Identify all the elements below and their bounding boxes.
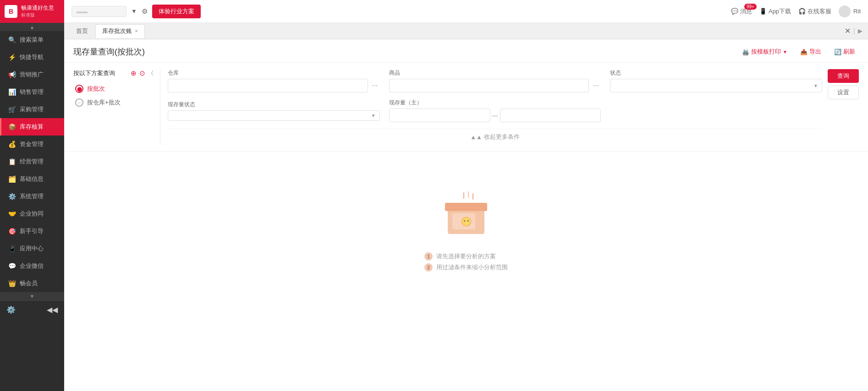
sidebar-footer: ⚙️ ◀◀ <box>0 300 64 319</box>
stock-status-field: 现存量状态 ▼ <box>168 101 380 121</box>
collapse-plans-btn[interactable]: 《 <box>148 70 154 77</box>
basics-icon: 🗂️ <box>8 175 16 183</box>
sidebar-item-inventory[interactable]: 📦 库存核算 <box>0 118 64 136</box>
sidebar-item-quick-nav[interactable]: ⚡ 快捷导航 <box>0 49 64 66</box>
empty-illustration: 😶 <box>439 188 494 239</box>
sidebar-item-system[interactable]: ⚙️ 系统管理 <box>0 188 64 205</box>
collapse-sidebar-icon[interactable]: ◀◀ <box>47 305 58 314</box>
filter-title-text: 按以下方案查询 <box>73 69 115 77</box>
filter-title: 按以下方案查询 ⊕ ⊙ 《 <box>73 69 154 77</box>
tab-home[interactable]: 首页 <box>70 24 94 38</box>
filter-form-area: 仓库 ··· 商品 ··· <box>168 69 859 145</box>
user-menu[interactable]: Rit <box>839 5 861 17</box>
sidebar-item-purchase[interactable]: 🛒 采购管理 <box>0 101 64 118</box>
sidebar-item-operations[interactable]: 📋 经营管理 <box>0 153 64 170</box>
plan-warehouse-icon: ○ <box>75 98 83 107</box>
main-area: ▬▬ ▼ ⚙ 体验行业方案 💬 消息 99+ 📱 App下载 🎧 在线客服 Ri <box>64 0 868 391</box>
empty-state: 😶 1 请先选择要分析的方案 2 用过滤条件来缩小分析范围 <box>64 152 868 308</box>
settings-plan-btn[interactable]: ⊙ <box>139 69 145 77</box>
member-icon: 👑 <box>8 279 16 288</box>
print-btn[interactable]: 🖨️ 按模板打印 ▼ <box>738 46 791 58</box>
search-btn[interactable]: 查询 <box>828 69 859 83</box>
marketing-icon: 📢 <box>8 71 16 79</box>
user-avatar <box>839 5 851 17</box>
content-area: 现存量查询(按批次) 🖨️ 按模板打印 ▼ 📤 导出 🔄 刷新 <box>64 39 868 391</box>
add-plan-btn[interactable]: ⊕ <box>131 69 137 77</box>
sidebar-item-newbie[interactable]: 🎯 新手引导 <box>0 223 64 240</box>
warehouse-dots-btn[interactable]: ··· <box>370 81 380 91</box>
collapse-more-btn[interactable]: ▲▲ 收起更多条件 <box>168 129 822 145</box>
sidebar-item-basics[interactable]: 🗂️ 基础信息 <box>0 170 64 188</box>
sidebar-item-label: 资金管理 <box>20 140 44 148</box>
sidebar-header: B 畅康通好生意 标准版 <box>0 0 64 23</box>
search-icon: 🔍 <box>8 36 16 44</box>
quick-nav-icon: ⚡ <box>8 53 16 61</box>
stock-qty-min-input[interactable] <box>389 109 490 122</box>
print-label: 按模板打印 <box>751 48 781 56</box>
sidebar-item-sales[interactable]: 📊 销售管理 <box>0 83 64 101</box>
sidebar: B 畅康通好生意 标准版 ▲ 🔍 搜索菜单 ⚡ 快捷导航 📢 营销推广 📊 销售… <box>0 0 64 391</box>
scroll-up[interactable]: ▲ <box>0 23 64 31</box>
status-select[interactable]: ▼ <box>610 79 822 92</box>
tip-num-2: 2 <box>424 263 433 272</box>
refresh-btn[interactable]: 🔄 刷新 <box>830 46 859 58</box>
sidebar-item-app-center[interactable]: 📱 应用中心 <box>0 240 64 257</box>
filter-plans: 按以下方案查询 ⊕ ⊙ 《 ⬤ 按批次 ○ 按仓库+批次 <box>73 69 160 145</box>
plan-by-warehouse-batch[interactable]: ○ 按仓库+批次 <box>73 96 154 109</box>
tab-close-btn[interactable]: × <box>135 28 138 34</box>
tab-more-icon[interactable]: ▶ <box>858 27 863 34</box>
enterprise-icon: 🤝 <box>8 210 16 218</box>
sidebar-item-marketing[interactable]: 📢 营销推广 <box>0 66 64 83</box>
headset-icon: 🎧 <box>798 8 806 15</box>
tip-2-text: 用过滤条件来缩小分析范围 <box>436 263 508 272</box>
plan-by-batch[interactable]: ⬤ 按批次 <box>73 82 154 96</box>
sidebar-item-wechat[interactable]: 💬 企业微信 <box>0 257 64 275</box>
sidebar-item-member[interactable]: 👑 畅会员 <box>0 275 64 292</box>
sales-icon: 📊 <box>8 88 16 96</box>
online-service-btn[interactable]: 🎧 在线客服 <box>798 7 831 16</box>
empty-tips: 1 请先选择要分析的方案 2 用过滤条件来缩小分析范围 <box>424 252 508 272</box>
tab-inventory-batch[interactable]: 库存批次账 × <box>95 24 145 38</box>
page-actions: 🖨️ 按模板打印 ▼ 📤 导出 🔄 刷新 <box>738 46 859 58</box>
stock-qty-max-input[interactable] <box>500 109 601 122</box>
filter-form: 仓库 ··· 商品 ··· <box>168 69 822 145</box>
page-header: 现存量查询(按批次) 🖨️ 按模板打印 ▼ 📤 导出 🔄 刷新 <box>64 39 868 63</box>
app-download-label: App下载 <box>769 7 791 16</box>
sidebar-item-label: 营销推广 <box>20 71 44 79</box>
empty-svg: 😶 <box>439 188 494 239</box>
print-dropdown-icon: ▼ <box>783 49 787 54</box>
topbar-gear-icon[interactable]: ⚙ <box>142 7 148 16</box>
settings-footer-icon[interactable]: ⚙️ <box>6 305 16 314</box>
app-name: 畅康通好生意 <box>21 5 54 12</box>
system-icon: ⚙️ <box>8 192 16 201</box>
topbar-dropdown-icon[interactable]: ▼ <box>131 8 137 15</box>
page-close-btn[interactable]: ✕ <box>845 27 851 35</box>
scroll-down[interactable]: ▼ <box>0 292 64 300</box>
product-label: 商品 <box>389 69 601 77</box>
wechat-icon: 💬 <box>8 262 16 270</box>
product-dots-btn[interactable]: ··· <box>591 81 601 91</box>
range-dash: — <box>492 112 498 119</box>
stock-status-select[interactable]: ▼ <box>168 110 380 121</box>
product-input[interactable] <box>389 79 589 92</box>
filter-row-1: 仓库 ··· 商品 ··· <box>168 69 822 92</box>
purchase-icon: 🛒 <box>8 105 16 114</box>
app-download-btn[interactable]: 📱 App下载 <box>759 7 791 16</box>
topbar-right: 💬 消息 99+ 📱 App下载 🎧 在线客服 Rit <box>731 5 861 17</box>
experience-btn[interactable]: 体验行业方案 <box>152 5 201 18</box>
warehouse-input[interactable] <box>168 79 368 92</box>
topbar-left: ▬▬ ▼ ⚙ 体验行业方案 <box>71 5 726 18</box>
product-input-row: ··· <box>389 79 601 92</box>
sidebar-item-label: 搜索菜单 <box>20 36 44 44</box>
page-title: 现存量查询(按批次) <box>73 46 145 57</box>
user-name: Rit <box>853 8 861 15</box>
topbar-search-box: ▬▬ <box>71 6 126 17</box>
sidebar-item-search[interactable]: 🔍 搜索菜单 <box>0 31 64 49</box>
export-btn[interactable]: 📤 导出 <box>797 46 825 58</box>
stock-status-arrow: ▼ <box>371 113 376 118</box>
status-field: 状态 ▼ <box>610 69 822 92</box>
sidebar-item-enterprise[interactable]: 🤝 企业协同 <box>0 205 64 223</box>
settings-btn[interactable]: 设置 <box>828 86 859 99</box>
sidebar-item-finance[interactable]: 💰 资金管理 <box>0 136 64 153</box>
messages-btn[interactable]: 💬 消息 99+ <box>731 7 752 16</box>
